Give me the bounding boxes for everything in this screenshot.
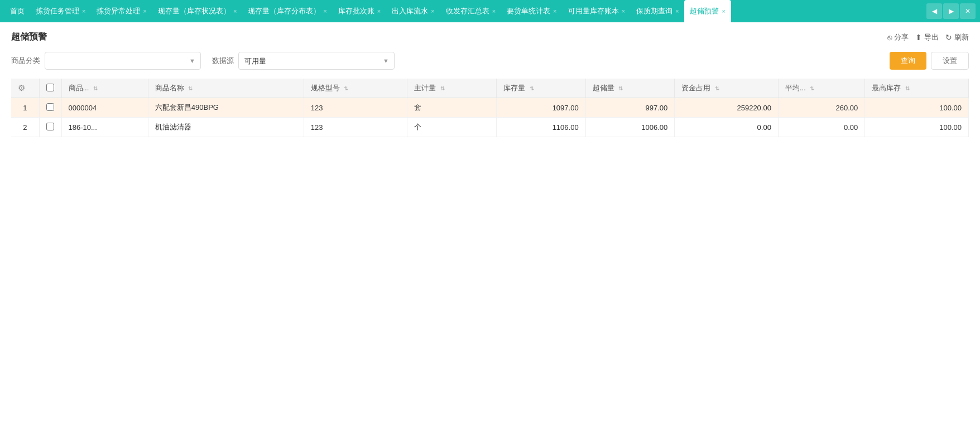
cell-capital: 0.00	[675, 118, 779, 137]
refresh-icon: ↻	[945, 33, 952, 42]
header-actions: ⎋ 分享 ⬆ 导出 ↻ 刷新	[887, 32, 969, 42]
datasource-select[interactable]: 可用量 库存量	[238, 52, 395, 70]
row-checkbox-cell[interactable]	[39, 118, 61, 137]
row-checkbox[interactable]	[46, 123, 54, 130]
table-header-row: ⚙ 商品... ⇅ 商品名称 ⇅ 规格型号 ⇅ 主计量	[11, 79, 969, 98]
table-row: 1 0000004 六配套新昌490BPG 123 套 1097.00 997.…	[11, 98, 969, 118]
nav-pick-task[interactable]: 拣货任务管理 ×	[30, 0, 91, 22]
page-content: 超储预警 ⎋ 分享 ⬆ 导出 ↻ 刷新 商品分类 ▼	[0, 22, 980, 446]
nav-arrows: ◀ ▶ ✕	[925, 3, 976, 19]
close-stock-dist[interactable]: ×	[323, 8, 326, 14]
close-overstock[interactable]: ×	[722, 8, 725, 14]
col-header-stock[interactable]: 库存量 ⇅	[497, 79, 586, 98]
close-inout-flow[interactable]: ×	[431, 8, 434, 14]
close-pick-exception[interactable]: ×	[143, 8, 146, 14]
category-select[interactable]	[45, 52, 201, 70]
close-available-stock[interactable]: ×	[622, 8, 625, 14]
close-stock-batch[interactable]: ×	[377, 8, 381, 14]
category-filter-group: 商品分类 ▼	[11, 52, 201, 70]
query-button[interactable]: 查询	[890, 52, 926, 70]
filter-row: 商品分类 ▼ 数据源 可用量 库存量 ▼ 查询 设置	[11, 52, 969, 70]
sort-icon-product-name: ⇅	[188, 85, 193, 91]
cell-product-name: 机油滤清器	[148, 118, 304, 137]
table-body: 1 0000004 六配套新昌490BPG 123 套 1097.00 997.…	[11, 98, 969, 137]
nav-arrow-left[interactable]: ◀	[926, 3, 942, 19]
col-header-checkbox[interactable]	[39, 79, 61, 98]
gear-icon: ⚙	[18, 83, 25, 93]
sort-icon-max-stock: ⇅	[905, 85, 910, 91]
col-header-unit[interactable]: 主计量 ⇅	[407, 79, 497, 98]
col-header-product-code[interactable]: 商品... ⇅	[61, 79, 148, 98]
cell-overstock: 997.00	[585, 98, 675, 118]
export-icon: ⬆	[915, 33, 922, 42]
cell-stock: 1106.00	[497, 118, 586, 137]
share-icon: ⎋	[887, 33, 892, 42]
col-header-product-name[interactable]: 商品名称 ⇅	[148, 79, 304, 98]
settings-button[interactable]: 设置	[931, 52, 969, 70]
nav-stock-batch[interactable]: 库存批次账 ×	[333, 0, 386, 22]
row-checkbox-cell[interactable]	[39, 98, 61, 118]
cell-overstock: 1006.00	[585, 118, 675, 137]
cell-spec: 123	[304, 98, 407, 118]
sort-icon-product-code: ⇅	[93, 85, 98, 91]
page-header: 超储预警 ⎋ 分享 ⬆ 导出 ↻ 刷新	[11, 31, 969, 43]
cell-spec: 123	[304, 118, 407, 137]
nav-overstock[interactable]: 超储预警 ×	[684, 0, 731, 22]
nav-stock-status[interactable]: 现存量（库存状况表） ×	[152, 0, 242, 22]
close-summary[interactable]: ×	[492, 8, 496, 14]
sort-icon-stock: ⇅	[530, 85, 534, 91]
datasource-select-wrapper: 可用量 库存量 ▼	[238, 52, 395, 70]
col-header-capital[interactable]: 资金占用 ⇅	[675, 79, 779, 98]
cell-avg: 260.00	[778, 98, 864, 118]
cell-max-stock: 100.00	[865, 98, 969, 118]
nav-pick-exception[interactable]: 拣货异常处理 ×	[91, 0, 152, 22]
col-header-overstock[interactable]: 超储量 ⇅	[585, 79, 675, 98]
close-order-stats[interactable]: ×	[553, 8, 556, 14]
nav-summary[interactable]: 收发存汇总表 ×	[440, 0, 501, 22]
cell-stock: 1097.00	[497, 98, 586, 118]
refresh-button[interactable]: ↻ 刷新	[945, 32, 969, 42]
cell-unit: 套	[407, 98, 497, 118]
col-header-avg[interactable]: 平均... ⇅	[778, 79, 864, 98]
table-row: 2 186-10... 机油滤清器 123 个 1106.00 1006.00 …	[11, 118, 969, 137]
share-button[interactable]: ⎋ 分享	[887, 32, 909, 42]
export-button[interactable]: ⬆ 导出	[915, 32, 939, 42]
cell-max-stock: 100.00	[865, 118, 969, 137]
row-index: 2	[11, 118, 39, 137]
row-checkbox[interactable]	[46, 103, 54, 111]
cell-product-code: 0000004	[61, 98, 148, 118]
cell-avg: 0.00	[778, 118, 864, 137]
select-all-checkbox[interactable]	[46, 84, 54, 91]
cell-product-code: 186-10...	[61, 118, 148, 137]
sort-icon-unit: ⇅	[440, 85, 445, 91]
action-buttons: 查询 设置	[890, 52, 969, 70]
nav-available-stock[interactable]: 可用量库存账本 ×	[563, 0, 631, 22]
nav-arrow-close[interactable]: ✕	[960, 3, 976, 19]
sort-icon-overstock: ⇅	[618, 85, 623, 91]
nav-inout-flow[interactable]: 出入库流水 ×	[386, 0, 440, 22]
datasource-filter-group: 数据源 可用量 库存量 ▼	[212, 52, 395, 70]
sort-icon-spec: ⇅	[344, 85, 348, 91]
nav-expiry[interactable]: 保质期查询 ×	[631, 0, 684, 22]
sort-icon-capital: ⇅	[715, 85, 719, 91]
datasource-label: 数据源	[212, 56, 234, 66]
nav-home[interactable]: 首页	[4, 0, 30, 22]
top-navigation: 首页 拣货任务管理 × 拣货异常处理 × 现存量（库存状况表） × 现存量（库存…	[0, 0, 980, 22]
nav-arrow-right[interactable]: ▶	[943, 3, 959, 19]
cell-capital: 259220.00	[675, 98, 779, 118]
row-index: 1	[11, 98, 39, 118]
close-pick-task[interactable]: ×	[82, 8, 85, 14]
category-label: 商品分类	[11, 56, 40, 66]
nav-stock-dist[interactable]: 现存量（库存分布表） ×	[242, 0, 332, 22]
close-stock-status[interactable]: ×	[233, 8, 237, 14]
cell-unit: 个	[407, 118, 497, 137]
sort-icon-avg: ⇅	[810, 85, 814, 91]
col-header-settings[interactable]: ⚙	[11, 79, 39, 98]
col-header-max-stock[interactable]: 最高库存 ⇅	[865, 79, 969, 98]
data-table: ⚙ 商品... ⇅ 商品名称 ⇅ 规格型号 ⇅ 主计量	[11, 79, 969, 137]
nav-order-stats[interactable]: 要货单统计表 ×	[501, 0, 562, 22]
close-expiry[interactable]: ×	[675, 8, 679, 14]
col-header-spec[interactable]: 规格型号 ⇅	[304, 79, 407, 98]
cell-product-name: 六配套新昌490BPG	[148, 98, 304, 118]
page-title: 超储预警	[11, 31, 47, 43]
